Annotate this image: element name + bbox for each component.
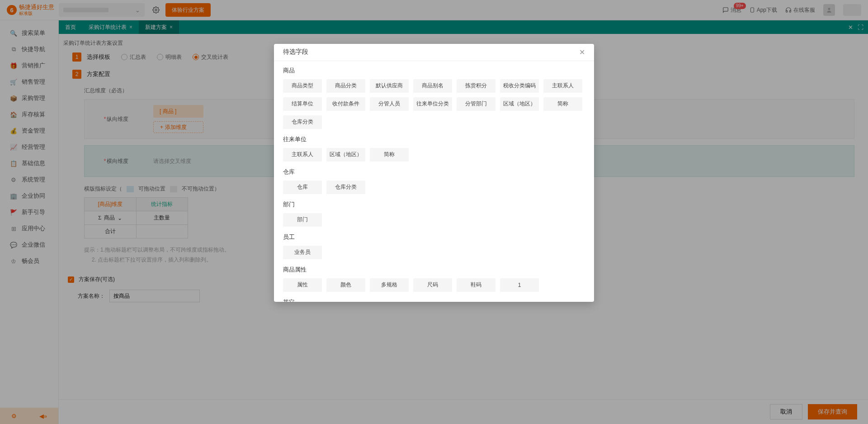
field-group-6: 其它单据日期项目 xyxy=(283,298,585,302)
field-chip[interactable]: 简称 xyxy=(370,148,409,162)
field-chip[interactable]: 分管人员 xyxy=(370,97,409,111)
field-group-title: 往来单位 xyxy=(283,135,585,143)
field-group-title: 商品 xyxy=(283,67,585,75)
field-chip[interactable]: 拣货积分 xyxy=(457,79,495,93)
field-chip[interactable]: 分管部门 xyxy=(457,97,495,111)
modal-header: 待选字段 ✕ xyxy=(274,44,594,61)
field-chip[interactable]: 颜色 xyxy=(326,278,365,292)
field-group-5: 商品属性属性颜色多规格尺码鞋码1 xyxy=(283,266,585,292)
field-selector-modal: 待选字段 ✕ 商品商品类型商品分类默认供应商商品别名拣货积分税收分类编码主联系人… xyxy=(274,44,594,302)
field-chip[interactable]: 商品别名 xyxy=(413,79,452,93)
field-chip[interactable]: 仓库 xyxy=(283,181,322,194)
field-chip[interactable]: 尺码 xyxy=(413,278,452,292)
field-chip[interactable]: 往来单位分类 xyxy=(413,97,452,111)
field-chip[interactable]: 商品类型 xyxy=(283,79,322,93)
field-chip[interactable]: 区域（地区） xyxy=(326,148,365,162)
field-chip[interactable]: 税收分类编码 xyxy=(500,79,539,93)
field-group-0: 商品商品类型商品分类默认供应商商品别名拣货积分税收分类编码主联系人结算单位收付款… xyxy=(283,67,585,129)
field-chip[interactable]: 仓库分类 xyxy=(283,115,322,129)
field-chip[interactable]: 属性 xyxy=(283,278,322,292)
field-chip[interactable]: 简称 xyxy=(543,97,582,111)
field-chip[interactable]: 主联系人 xyxy=(543,79,582,93)
field-group-title: 商品属性 xyxy=(283,266,585,274)
field-group-title: 员工 xyxy=(283,233,585,241)
field-chip[interactable]: 收付款条件 xyxy=(326,97,365,111)
modal-close-button[interactable]: ✕ xyxy=(579,48,585,57)
field-group-title: 仓库 xyxy=(283,168,585,176)
field-chip[interactable]: 部门 xyxy=(283,213,322,227)
field-chip[interactable]: 结算单位 xyxy=(283,97,322,111)
field-group-1: 往来单位主联系人区域（地区）简称 xyxy=(283,135,585,162)
field-group-4: 员工业务员 xyxy=(283,233,585,259)
field-group-3: 部门部门 xyxy=(283,200,585,227)
field-chip[interactable]: 鞋码 xyxy=(457,278,495,292)
field-group-title: 部门 xyxy=(283,200,585,209)
field-chip[interactable]: 仓库分类 xyxy=(326,181,365,194)
field-chip[interactable]: 多规格 xyxy=(370,278,409,292)
field-chip[interactable]: 1 xyxy=(500,278,539,292)
field-chip[interactable]: 区域（地区） xyxy=(500,97,539,111)
field-chip[interactable]: 主联系人 xyxy=(283,148,322,162)
field-chip[interactable]: 业务员 xyxy=(283,246,322,259)
modal-title: 待选字段 xyxy=(283,48,308,56)
field-group-title: 其它 xyxy=(283,298,585,302)
field-chip[interactable]: 默认供应商 xyxy=(370,79,409,93)
field-group-2: 仓库仓库仓库分类 xyxy=(283,168,585,194)
field-chip[interactable]: 商品分类 xyxy=(326,79,365,93)
